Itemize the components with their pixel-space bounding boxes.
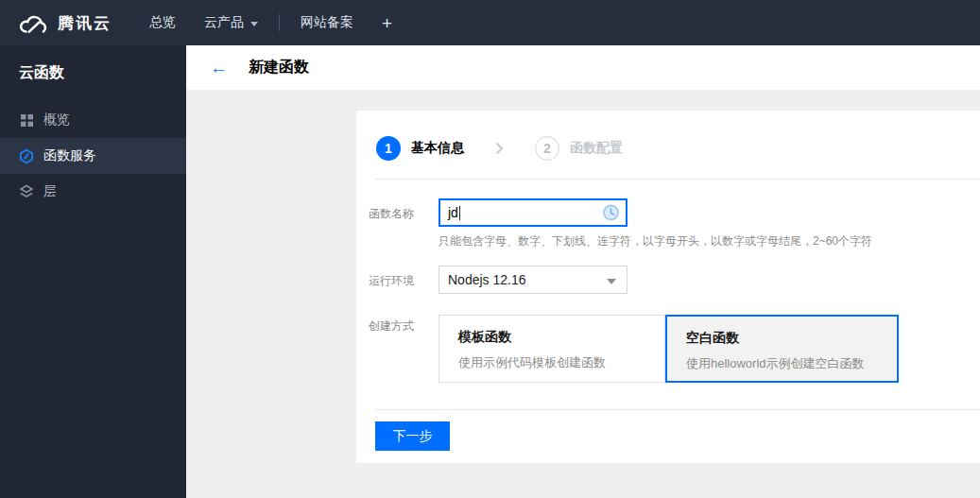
runtime-selected-value: Nodejs 12.16 (448, 272, 526, 287)
method-card-desc: 使用helloworld示例创建空白函数 (686, 355, 897, 372)
method-card-template-function[interactable]: 模板函数 使用示例代码模板创建函数 (438, 315, 665, 383)
page-title: 新建函数 (249, 58, 309, 77)
clock-pending-icon (602, 204, 620, 222)
next-step-button[interactable]: 下一步 (375, 421, 450, 451)
section-divider (375, 409, 980, 410)
nav-item-website-icp[interactable]: 网站备案 (301, 14, 353, 31)
function-name-helper: 只能包含字母、数字、下划线、连字符，以字母开头，以数字或字母结尾，2~60个字符 (438, 233, 872, 249)
sidebar-item-layers[interactable]: 层 (0, 174, 186, 210)
grid-icon (19, 112, 34, 128)
scf-hexagon-icon (19, 148, 34, 163)
chevron-down-icon (250, 22, 258, 26)
step-function-config: 2 函数配置 (535, 136, 623, 161)
runtime-label: 运行环境 (369, 273, 414, 289)
nav-item-cloud-products[interactable]: 云产品 (204, 14, 258, 31)
runtime-select[interactable]: Nodejs 12.16 (438, 266, 628, 294)
add-tab-icon[interactable]: + (382, 14, 392, 32)
method-card-blank-function[interactable]: 空白函数 使用helloworld示例创建空白函数 (665, 315, 899, 383)
sidebar: 云函数 概览 函数服务 (0, 45, 186, 498)
layers-icon (19, 184, 34, 199)
sidebar-item-function-service[interactable]: 函数服务 (0, 138, 186, 174)
dropdown-arrow-icon (607, 279, 616, 284)
sidebar-item-label: 函数服务 (43, 147, 96, 164)
brand-name[interactable]: 腾讯云 (58, 12, 112, 34)
nav-item-overview[interactable]: 总览 (149, 14, 176, 31)
step-wizard: 1 基本信息 2 函数配置 (376, 136, 623, 161)
function-name-value: jd (448, 205, 458, 220)
creation-method-options: 模板函数 使用示例代码模板创建函数 空白函数 使用helloworld示例创建空… (438, 315, 899, 383)
function-name-label: 函数名称 (369, 206, 414, 222)
sidebar-product-title: 云函数 (0, 45, 186, 83)
sidebar-menu: 概览 函数服务 层 (0, 102, 186, 210)
function-name-input[interactable]: jd (438, 198, 628, 227)
top-navbar: 腾讯云 总览 云产品 网站备案 + (0, 0, 980, 45)
step-label: 函数配置 (570, 140, 623, 157)
create-function-card: 1 基本信息 2 函数配置 函数名称 jd 只能包含字母、数字、下划线、连字符，… (356, 111, 980, 463)
step-label: 基本信息 (411, 140, 464, 157)
back-arrow-icon[interactable]: ← (210, 59, 228, 77)
method-card-desc: 使用示例代码模板创建函数 (458, 354, 664, 371)
step-number-badge: 1 (376, 136, 401, 161)
sidebar-item-label: 层 (43, 183, 57, 200)
sidebar-item-overview[interactable]: 概览 (0, 102, 186, 138)
section-divider (375, 179, 980, 180)
step-chevron-icon (495, 142, 504, 155)
step-number-badge: 2 (535, 136, 559, 161)
method-card-title: 空白函数 (686, 330, 897, 347)
step-basic-info: 1 基本信息 (376, 136, 464, 161)
method-card-title: 模板函数 (458, 329, 664, 346)
text-caret (459, 206, 460, 220)
tencent-cloud-logo-icon[interactable] (17, 11, 49, 35)
page-header: ← 新建函数 (186, 45, 980, 90)
sidebar-item-label: 概览 (43, 112, 70, 129)
creation-method-label: 创建方式 (369, 318, 414, 335)
navbar-separator (279, 14, 280, 31)
